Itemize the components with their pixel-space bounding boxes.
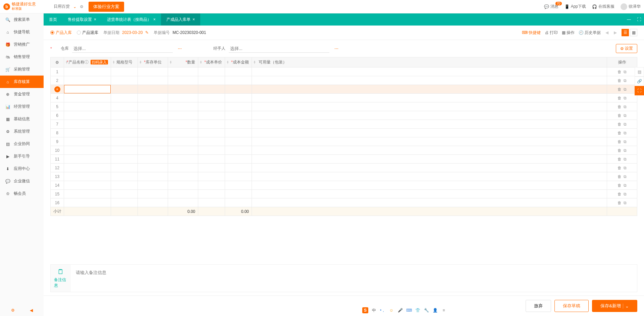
cell-amount[interactable] <box>225 164 252 172</box>
tab-3[interactable]: 产成品入库单× <box>161 13 200 26</box>
cell-unit[interactable] <box>138 67 168 76</box>
cell-amount[interactable] <box>225 67 252 76</box>
cell-qty[interactable] <box>168 102 198 111</box>
cell-avail[interactable] <box>252 76 607 85</box>
cell-amount[interactable] <box>225 198 252 207</box>
delete-icon[interactable]: 🗑 <box>618 96 622 100</box>
cell-qty[interactable] <box>168 190 198 198</box>
copy-icon[interactable]: ⧉ <box>624 96 627 100</box>
copy-icon[interactable]: ⧉ <box>624 104 627 109</box>
sidebar-item-14[interactable]: ♔畅会员 <box>0 187 44 200</box>
more-icon[interactable]: ⋯ <box>334 46 338 51</box>
sogou-icon[interactable]: S <box>362 307 368 313</box>
table-row[interactable]: 11🗑⧉ <box>51 155 637 164</box>
prev-icon[interactable]: ◀ <box>605 30 609 35</box>
cell-amount[interactable] <box>225 129 252 137</box>
cell-qty[interactable] <box>168 137 198 146</box>
delete-icon[interactable]: 🗑 <box>618 104 622 109</box>
ime-punct-icon[interactable]: •， <box>380 307 386 313</box>
copy-icon[interactable]: ⧉ <box>624 157 627 162</box>
cell-price[interactable] <box>198 67 225 76</box>
cell-amount[interactable] <box>225 137 252 146</box>
cell-price[interactable] <box>198 111 225 120</box>
cell-spec[interactable] <box>111 76 138 85</box>
tab-expand[interactable]: ⛶ <box>634 13 644 26</box>
cell-name[interactable] <box>64 155 111 164</box>
cell-unit[interactable] <box>138 120 168 129</box>
cell-avail[interactable] <box>252 137 607 146</box>
settings-button[interactable]: ⚙ 设置 <box>616 44 637 53</box>
copy-icon[interactable]: ⧉ <box>624 122 627 127</box>
operation-button[interactable]: ▦ 操作 <box>562 30 575 36</box>
tab-2[interactable]: 进货单统计表（按商品）× <box>102 13 161 26</box>
cell-price[interactable] <box>198 85 225 94</box>
gear-icon[interactable]: ⚙ <box>80 4 84 9</box>
col-amount[interactable]: ▲▼*成本金额 <box>225 57 252 67</box>
delete-icon[interactable]: 🗑 <box>618 166 622 170</box>
edit-icon[interactable]: ✎ <box>145 30 149 35</box>
cell-spec[interactable] <box>111 67 138 76</box>
delete-icon[interactable]: 🗑 <box>618 183 622 188</box>
cell-unit[interactable] <box>138 164 168 172</box>
list-view-button[interactable]: ☰ <box>622 29 629 36</box>
app-download-button[interactable]: 📱 App下载 <box>565 4 586 9</box>
sidebar-item-9[interactable]: ⚙系统管理 <box>0 125 44 138</box>
cell-spec[interactable] <box>111 190 138 198</box>
cell-name[interactable] <box>64 111 111 120</box>
col-qty[interactable]: ▲▼*数量 <box>168 57 198 67</box>
cell-spec[interactable] <box>111 85 138 94</box>
float-btn-3[interactable]: ⛶ <box>635 86 644 95</box>
delete-icon[interactable]: 🗑 <box>618 78 622 83</box>
save-draft-button[interactable]: 保存草稿 <box>554 300 589 312</box>
card-view-button[interactable]: ▦ <box>630 29 637 36</box>
table-row[interactable]: 13🗑⧉ <box>51 172 637 181</box>
cell-avail[interactable] <box>252 190 607 198</box>
sidebar-item-11[interactable]: ▶新手引导 <box>0 150 44 163</box>
cell-name[interactable] <box>64 190 111 198</box>
copy-icon[interactable]: ⧉ <box>624 148 627 153</box>
cell-qty[interactable] <box>168 76 198 85</box>
cell-qty[interactable] <box>168 94 198 102</box>
tab-1[interactable]: 售价提取设置× <box>62 13 102 26</box>
message-button[interactable]: 💬 消息 70 <box>544 4 558 9</box>
cell-amount[interactable] <box>225 120 252 129</box>
delete-icon[interactable]: 🗑 <box>618 139 622 144</box>
cell-price[interactable] <box>198 164 225 172</box>
table-row[interactable]: 12🗑⧉ <box>51 164 637 172</box>
warehouse-input[interactable] <box>72 45 173 53</box>
cell-unit[interactable] <box>138 129 168 137</box>
cell-unit[interactable] <box>138 137 168 146</box>
chevron-down-icon[interactable]: ⌄ <box>623 304 629 309</box>
table-row[interactable]: 14🗑⧉ <box>51 181 637 190</box>
cell-unit[interactable] <box>138 111 168 120</box>
sidebar-item-5[interactable]: ⌂库存核算 <box>0 76 44 88</box>
table-row[interactable]: 4🗑⧉ <box>51 94 637 102</box>
cell-amount[interactable] <box>225 190 252 198</box>
cell-avail[interactable] <box>252 164 607 172</box>
date-value[interactable]: 2023-03-20 <box>122 30 143 35</box>
cell-unit[interactable] <box>138 146 168 155</box>
delete-icon[interactable]: 🗑 <box>618 122 622 127</box>
cell-amount[interactable] <box>225 76 252 85</box>
cell-name[interactable] <box>64 146 111 155</box>
cell-amount[interactable] <box>225 94 252 102</box>
cell-price[interactable] <box>198 181 225 190</box>
remarks-input[interactable] <box>71 265 637 292</box>
float-btn-1[interactable]: ▤ <box>635 67 644 77</box>
delete-icon[interactable]: 🗑 <box>618 200 622 205</box>
cell-price[interactable] <box>198 76 225 85</box>
cell-qty[interactable] <box>168 67 198 76</box>
cell-price[interactable] <box>198 190 225 198</box>
shortcut-button[interactable]: ⌨ 快捷键 <box>522 30 541 36</box>
history-button[interactable]: 🕘 历史单据 <box>579 30 601 36</box>
radio-product-out[interactable]: 产品退库 <box>77 30 98 36</box>
cell-amount[interactable] <box>225 155 252 164</box>
cell-spec[interactable] <box>111 164 138 172</box>
cell-spec[interactable] <box>111 111 138 120</box>
copy-icon[interactable]: ⧉ <box>624 87 627 92</box>
cell-amount[interactable] <box>225 172 252 181</box>
sidebar-item-10[interactable]: ▤企业协同 <box>0 138 44 150</box>
cell-price[interactable] <box>198 102 225 111</box>
category-select[interactable]: 日用百货 ⌄ <box>54 4 76 9</box>
cell-qty[interactable] <box>168 146 198 155</box>
